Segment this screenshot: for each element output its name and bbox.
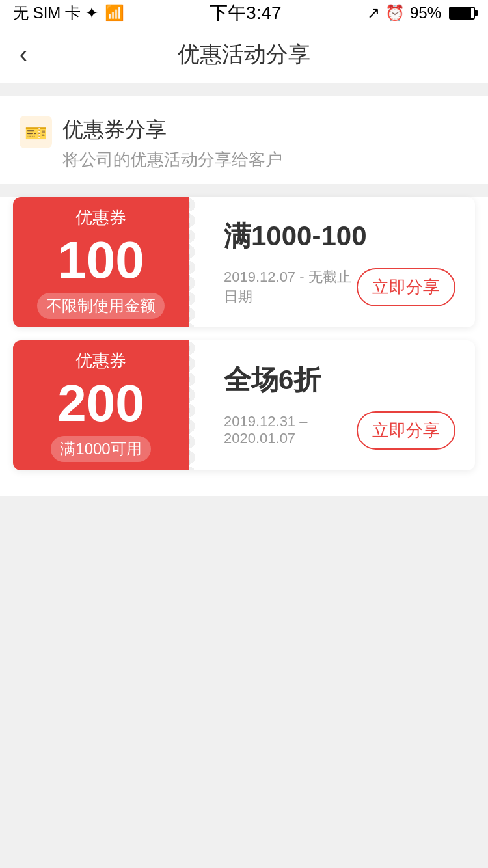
wifi-icon: 📶: [105, 4, 124, 22]
coupon-label-2: 优惠券: [75, 349, 126, 372]
svg-text:🎫: 🎫: [25, 122, 47, 144]
status-bar: 无 SIM 卡 ✦ 📶 下午3:47 ↗ ⏰ 95%: [0, 0, 488, 26]
coupon-condition-1: 不限制使用金额: [37, 293, 165, 319]
nav-bar: ‹ 优惠活动分享: [0, 26, 488, 83]
coupon-condition-2: 满1000可用: [51, 436, 150, 462]
location-icon: ↗: [367, 4, 380, 22]
coupon-card-2: 优惠券 200 满1000可用 全场6折 2019.12.31 – 2020.0…: [13, 340, 475, 470]
share-button-2[interactable]: 立即分享: [357, 411, 455, 450]
coupon-right-2: 全场6折 2019.12.31 – 2020.01.07 立即分享: [204, 340, 475, 470]
status-time: 下午3:47: [210, 1, 282, 25]
coupon-list: 优惠券 100 不限制使用金额 满1000-100 2019.12.07 - 无…: [0, 197, 488, 496]
alarm-icon: ⏰: [385, 4, 405, 22]
coupon-divider-1: [189, 197, 204, 327]
coupon-name-1: 满1000-100: [224, 218, 455, 254]
battery-percent: 95%: [410, 4, 441, 22]
section-icon: 🎫: [20, 116, 52, 148]
coupon-amount-1: 100: [57, 234, 144, 286]
section-text: 优惠券分享 将公司的优惠活动分享给客户: [62, 116, 282, 171]
status-left: 无 SIM 卡 ✦ 📶: [13, 3, 124, 23]
coupon-left-1: 优惠券 100 不限制使用金额: [13, 197, 189, 327]
coupon-meta-2: 2019.12.31 – 2020.01.07 立即分享: [224, 411, 455, 450]
section-subtitle: 将公司的优惠活动分享给客户: [62, 148, 282, 171]
coupon-divider-2: [189, 340, 204, 470]
coupon-meta-1: 2019.12.07 - 无截止日期 立即分享: [224, 267, 455, 306]
page-title: 优惠活动分享: [178, 40, 310, 70]
status-right: ↗ ⏰ 95%: [367, 4, 475, 22]
coupon-date-1: 2019.12.07 - 无截止日期: [224, 267, 357, 306]
battery-icon: [449, 7, 475, 20]
coupon-date-2: 2019.12.31 – 2020.01.07: [224, 413, 357, 447]
share-button-1[interactable]: 立即分享: [357, 268, 455, 306]
coupon-left-2: 优惠券 200 满1000可用: [13, 340, 189, 470]
coupon-amount-2: 200: [57, 377, 144, 429]
section-title: 优惠券分享: [62, 116, 282, 144]
back-button[interactable]: ‹: [20, 41, 27, 68]
coupon-right-1: 满1000-100 2019.12.07 - 无截止日期 立即分享: [204, 197, 475, 327]
sim-label: 无 SIM 卡 ✦: [13, 3, 98, 23]
coupon-card-1: 优惠券 100 不限制使用金额 满1000-100 2019.12.07 - 无…: [13, 197, 475, 327]
background-fill: [0, 496, 488, 868]
coupon-name-2: 全场6折: [224, 362, 455, 398]
coupon-label-1: 优惠券: [75, 206, 126, 229]
section-header: 🎫 优惠券分享 将公司的优惠活动分享给客户: [0, 96, 488, 184]
